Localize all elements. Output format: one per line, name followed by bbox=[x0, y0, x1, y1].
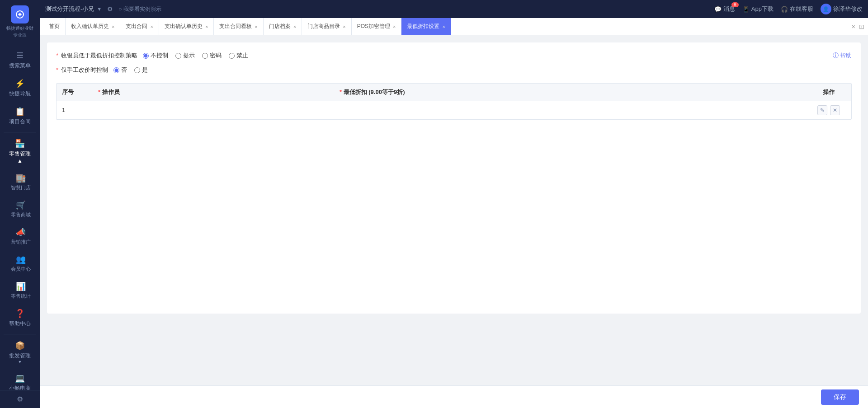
customer-service-icon: 🎧 bbox=[781, 6, 788, 13]
notification-icon: 💬 bbox=[714, 6, 722, 13]
policy-radio-group: 不控制 提示 密码 禁止 bbox=[143, 52, 248, 60]
project-selector[interactable]: 测试分开流程-小兄 ▼ bbox=[45, 5, 102, 13]
avatar: 👤 bbox=[821, 4, 831, 14]
sidebar-item-project[interactable]: 📋 项目合同 bbox=[0, 102, 40, 130]
member-icon: 👥 bbox=[16, 254, 26, 264]
close-icon[interactable]: × bbox=[255, 24, 257, 29]
delete-row-button[interactable]: ✕ bbox=[830, 105, 840, 115]
customer-service-label: 在线客服 bbox=[790, 5, 813, 13]
sidebar-label: 帮助中心 bbox=[9, 320, 31, 328]
sidebar-divider-2 bbox=[4, 334, 36, 334]
sidebar-item-search[interactable]: ☰ 搜索菜单 bbox=[0, 46, 40, 74]
sidebar-menu: ☰ 搜索菜单 ⚡ 快捷导航 📋 项目合同 🏪 零售管理 ▲ 🏬 智慧门店 🛒 零… bbox=[0, 44, 40, 390]
tab-label: 最低折扣设置 bbox=[407, 23, 439, 30]
settings-gear-icon[interactable]: ⚙ bbox=[17, 395, 23, 403]
manual-option-no[interactable]: 否 bbox=[113, 66, 127, 74]
sidebar-label: 会员中心 bbox=[11, 266, 31, 272]
sidebar-item-quick-nav[interactable]: ⚡ 快捷导航 bbox=[0, 74, 40, 102]
sidebar-label: 快捷导航 bbox=[9, 90, 31, 98]
policy-option-forbid[interactable]: 禁止 bbox=[229, 52, 248, 60]
sidebar-divider-1 bbox=[4, 132, 36, 132]
sidebar-logo: 畅捷通好业财 专业版 bbox=[0, 0, 40, 44]
close-icon[interactable]: × bbox=[150, 24, 153, 29]
help-link[interactable]: ⓘ 帮助 bbox=[833, 52, 852, 60]
sidebar-item-retail[interactable]: 🏪 零售管理 ▲ bbox=[0, 134, 40, 169]
tab-home[interactable]: 首页 bbox=[43, 18, 66, 35]
sidebar-item-marketing[interactable]: 📣 营销推广 bbox=[0, 223, 40, 250]
close-icon[interactable]: × bbox=[343, 24, 345, 29]
manual-radio-no[interactable] bbox=[113, 67, 119, 73]
chevron-up-icon: ▲ bbox=[17, 158, 23, 164]
sidebar-label: 零售商城 bbox=[11, 211, 31, 218]
notification-item[interactable]: 💬 消息 8 bbox=[714, 5, 735, 13]
username: 徐泽华修改 bbox=[833, 5, 863, 13]
app-download-item[interactable]: 📱 App下载 bbox=[742, 5, 774, 13]
policy-radio-password[interactable] bbox=[202, 53, 208, 59]
project-name: 测试分开流程-小兄 bbox=[45, 5, 94, 13]
policy-option-no-control[interactable]: 不控制 bbox=[143, 52, 168, 60]
demo-text: 我要看实例演示 bbox=[123, 5, 161, 13]
header-settings-icon[interactable]: ⚙ bbox=[107, 5, 113, 13]
manual-label: * 仅手工改价时控制 bbox=[56, 66, 108, 74]
table-row: 1 ✎ ✕ bbox=[57, 101, 851, 119]
option-label: 否 bbox=[121, 66, 127, 74]
policy-radio-hint[interactable] bbox=[175, 53, 181, 59]
maximize-tab-icon[interactable]: ⊡ bbox=[859, 23, 864, 30]
marketing-icon: 📣 bbox=[16, 227, 26, 237]
tab-expense-board[interactable]: 支出合同看板 × bbox=[214, 18, 263, 35]
save-button[interactable]: 保存 bbox=[821, 389, 859, 405]
retail-icon: 🏪 bbox=[15, 139, 25, 149]
quick-nav-icon: ⚡ bbox=[15, 79, 25, 89]
required-marker: * bbox=[56, 52, 58, 59]
tab-label: 支出合同看板 bbox=[219, 23, 252, 30]
close-tab-icon[interactable]: × bbox=[852, 23, 855, 30]
main-area: 测试分开流程-小兄 ▼ ⚙ ○ 我要看实例演示 💬 消息 8 📱 App下载 🎧… bbox=[40, 0, 868, 408]
tab-label: 支出确认单历史 bbox=[165, 23, 203, 30]
tab-label: POS加密管理 bbox=[357, 23, 390, 30]
tab-store-file[interactable]: 门店档案 × bbox=[264, 18, 302, 35]
close-icon[interactable]: × bbox=[205, 24, 208, 29]
ecommerce-icon: 💻 bbox=[15, 373, 25, 383]
manual-option-yes[interactable]: 是 bbox=[134, 66, 148, 74]
edit-row-button[interactable]: ✎ bbox=[817, 105, 827, 115]
sidebar-item-retail-stats[interactable]: 📊 零售统计 bbox=[0, 277, 40, 304]
sidebar-item-retail-mall[interactable]: 🛒 零售商城 bbox=[0, 196, 40, 223]
close-icon[interactable]: × bbox=[293, 24, 296, 29]
close-icon[interactable]: × bbox=[393, 24, 396, 29]
manual-radio-yes[interactable] bbox=[134, 67, 140, 73]
sidebar-item-ecommerce[interactable]: 💻 小畅电商 bbox=[0, 369, 40, 390]
sidebar-label: 智慧门店 bbox=[11, 184, 31, 191]
option-label: 禁止 bbox=[236, 52, 248, 60]
policy-option-hint[interactable]: 提示 bbox=[175, 52, 195, 60]
tab-pos-encrypt[interactable]: POS加密管理 × bbox=[352, 18, 402, 35]
close-icon[interactable]: × bbox=[112, 24, 114, 29]
header-bar: 测试分开流程-小兄 ▼ ⚙ ○ 我要看实例演示 💬 消息 8 📱 App下载 🎧… bbox=[40, 0, 868, 18]
close-icon[interactable]: × bbox=[442, 24, 445, 29]
customer-service-item[interactable]: 🎧 在线客服 bbox=[781, 5, 813, 13]
sidebar-item-help[interactable]: ❓ 帮助中心 bbox=[0, 304, 40, 332]
wholesale-icon: 📦 bbox=[15, 341, 25, 351]
required-marker: * bbox=[56, 66, 58, 73]
sidebar-item-smart-store[interactable]: 🏬 智慧门店 bbox=[0, 169, 40, 196]
option-label: 是 bbox=[142, 66, 148, 74]
tab-contract[interactable]: 支出合同 × bbox=[120, 18, 159, 35]
demo-link[interactable]: ○ 我要看实例演示 bbox=[118, 5, 161, 13]
tab-income-history[interactable]: 收入确认单历史 × bbox=[66, 18, 120, 35]
sidebar-label: 零售管理 bbox=[9, 150, 31, 158]
sidebar-label: 批发管理 bbox=[9, 352, 31, 360]
sidebar-item-member[interactable]: 👥 会员中心 bbox=[0, 250, 40, 277]
user-profile-item[interactable]: 👤 徐泽华修改 bbox=[821, 4, 863, 14]
policy-label: * 收银员低于最低折扣控制策略 bbox=[56, 52, 137, 60]
tab-min-discount[interactable]: 最低折扣设置 × bbox=[401, 18, 451, 35]
delete-icon: ✕ bbox=[833, 107, 837, 113]
help-circle-icon: ⓘ bbox=[833, 52, 839, 60]
sidebar-item-wholesale[interactable]: 📦 批发管理 ▼ bbox=[0, 336, 40, 369]
sidebar-label: 营销推广 bbox=[11, 239, 31, 245]
tab-label: 支出合同 bbox=[126, 23, 147, 30]
policy-option-password[interactable]: 密码 bbox=[202, 52, 222, 60]
policy-radio-forbid[interactable] bbox=[229, 53, 235, 59]
tab-expense-history[interactable]: 支出确认单历史 × bbox=[159, 18, 214, 35]
tab-store-product[interactable]: 门店商品目录 × bbox=[302, 18, 351, 35]
policy-radio-no-control[interactable] bbox=[143, 53, 149, 59]
tabs-right: × ⊡ bbox=[848, 23, 868, 30]
